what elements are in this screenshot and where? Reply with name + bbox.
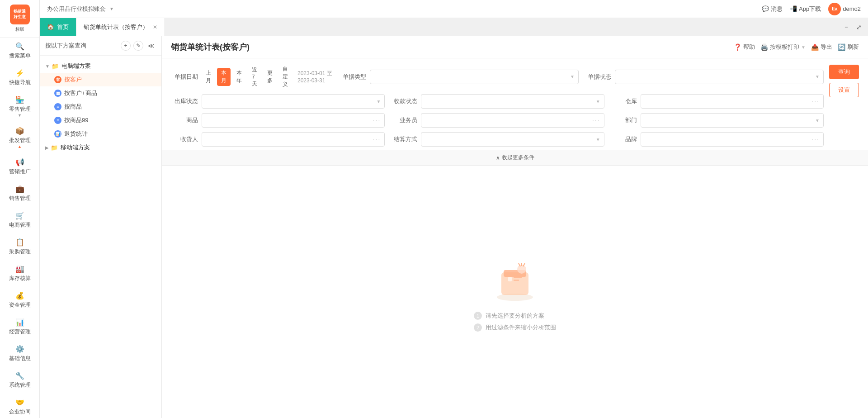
tab-home-label: 首页: [57, 23, 69, 31]
print-icon: 🖨️: [760, 43, 768, 51]
svg-rect-3: [508, 277, 512, 281]
doc-type-field[interactable]: ▼: [370, 70, 579, 84]
sidebar-item-retail[interactable]: 🏪 零售管理 ▼: [0, 91, 39, 122]
avatar-initials: Ea: [832, 6, 837, 11]
sidebar-item-procurement[interactable]: 📋 采购管理: [0, 233, 39, 260]
ship-status-field[interactable]: ▼: [202, 94, 385, 109]
sidebar-item-sales-label: 销售管理: [9, 195, 31, 202]
print-action[interactable]: 🖨️ 按模板打印 ▼: [760, 43, 806, 51]
sidebar-item-marketing[interactable]: 📢 营销推广: [0, 153, 39, 180]
help-icon: ❓: [734, 43, 741, 51]
tree-item-by-customer-product[interactable]: ▦ 按客户+商品: [40, 86, 161, 100]
app-download-label: App下载: [799, 5, 821, 13]
brand-dots-icon: ···: [811, 136, 820, 143]
query-button[interactable]: 查询: [829, 65, 859, 79]
shortcuts-icon: ⚡: [15, 69, 24, 77]
refresh-action[interactable]: 🔄 刷新: [838, 43, 859, 51]
refresh-icon: 🔄: [838, 43, 845, 51]
product-group: 商品 ···: [171, 113, 385, 128]
procurement-icon: 📋: [15, 238, 24, 247]
tree-item-by-product-label: 按商品: [64, 103, 82, 111]
receiver-group: 收货人 ···: [171, 132, 385, 147]
doc-status-label: 单据状态: [584, 73, 611, 81]
tree-item-by-product[interactable]: ≡ 按商品: [40, 100, 161, 114]
settings-button[interactable]: 设置: [829, 83, 859, 97]
staff-label: 业务员: [390, 116, 417, 124]
sidebar-item-inventory[interactable]: 🏭 库存核算: [0, 260, 39, 287]
payment-status-arrow-icon: ▼: [596, 99, 600, 104]
tree-item-by-customer[interactable]: 客 按客户: [40, 73, 161, 86]
collapse-label: 收起更多条件: [502, 154, 534, 162]
sidebar-item-operations[interactable]: 📊 经营管理: [0, 314, 39, 340]
date-pill-this-year[interactable]: 本年: [232, 68, 246, 86]
tree-item-return-stat-label: 退货统计: [64, 130, 88, 138]
sidebar-item-basic[interactable]: ⚙️ 基础信息: [0, 340, 39, 367]
tree-section-desktop: ▼ 📁 电脑端方案 客 按客户 ▦ 按客户+商品 ≡ 按商品: [40, 59, 161, 141]
panel-edit-button[interactable]: ✎: [133, 41, 143, 51]
user-menu-button[interactable]: Ea demo2: [828, 3, 861, 15]
payment-status-field[interactable]: ▼: [421, 94, 604, 109]
inventory-icon: 🏭: [15, 265, 24, 273]
tab-maximize-button[interactable]: ⤢: [854, 22, 864, 33]
brand-field[interactable]: ···: [641, 132, 824, 147]
messages-button[interactable]: 💬 消息: [762, 5, 783, 13]
payment-status-group: 收款状态 ▼: [390, 94, 604, 109]
tree-item-return-stat[interactable]: 📊 退货统计: [40, 127, 161, 141]
date-pill-last-month[interactable]: 上月: [202, 68, 215, 86]
help-action[interactable]: ❓ 帮助: [734, 43, 755, 51]
app-download-button[interactable]: 📲 App下载: [790, 5, 821, 13]
sidebar-item-ecommerce[interactable]: 🛒 电商管理: [0, 207, 39, 233]
date-pill-last-7-days[interactable]: 近7天: [248, 65, 261, 89]
date-pill-more[interactable]: 更多: [263, 68, 277, 86]
product-field[interactable]: ···: [202, 113, 385, 128]
left-panel-header: 按以下方案查询 + ✎ ≪: [40, 36, 161, 56]
product-dots-icon: ···: [373, 117, 381, 124]
staff-field[interactable]: ···: [421, 113, 604, 128]
tree-item-by-product-99[interactable]: ≡ 按商品99: [40, 114, 161, 127]
sidebar-item-enterprise[interactable]: 🤝 企业协同: [0, 394, 39, 418]
doc-status-field[interactable]: ▼: [615, 70, 824, 84]
top-header: 办公用品行业模拟账套 ▼ 💬 消息 📲 App下载 Ea demo2: [40, 0, 868, 18]
hint-num-1: 1: [474, 312, 482, 320]
collapse-bar[interactable]: ∧ 收起更多条件: [162, 150, 868, 165]
tree-section-mobile-header[interactable]: ▶ 📁 移动端方案: [40, 141, 161, 154]
sidebar-item-enterprise-label: 企业协同: [9, 408, 31, 416]
header-left: 办公用品行业模拟账套 ▼: [47, 5, 114, 13]
export-action[interactable]: 📤 导出: [811, 43, 832, 51]
panel-add-button[interactable]: +: [121, 41, 131, 51]
empty-hint-2-text: 用过滤条件来缩小分析范围: [486, 323, 556, 332]
page-header-actions: ❓ 帮助 🖨️ 按模板打印 ▼ 📤 导出 🔄 刷新: [734, 43, 859, 57]
dept-field[interactable]: ▼: [641, 113, 824, 128]
tab-minimize-button[interactable]: －: [841, 22, 852, 33]
sidebar-item-wholesale[interactable]: 📦 批发管理 ▲: [0, 122, 39, 153]
panel-collapse-button[interactable]: ≪: [146, 41, 156, 51]
tab-close-icon[interactable]: ✕: [153, 24, 157, 30]
sidebar-item-search[interactable]: 🔍 搜索菜单: [0, 38, 39, 64]
receiver-label: 收货人: [171, 135, 198, 143]
sidebar-item-shortcuts[interactable]: ⚡ 快捷导航: [0, 64, 39, 91]
settlement-field[interactable]: ▼: [421, 132, 604, 147]
doc-type-arrow-icon: ▼: [570, 74, 575, 79]
breadcrumb-dropdown-icon[interactable]: ▼: [109, 6, 114, 11]
export-icon: 📤: [811, 43, 819, 51]
warehouse-field[interactable]: ···: [641, 94, 824, 109]
sidebar-item-sales[interactable]: 💼 销售管理: [0, 180, 39, 207]
warehouse-label: 仓库: [610, 97, 637, 105]
operations-icon: 📊: [15, 318, 24, 327]
date-pill-this-month[interactable]: 本月: [217, 68, 231, 86]
sidebar-item-system[interactable]: 🔧 系统管理: [0, 367, 39, 394]
header-right: 💬 消息 📲 App下载 Ea demo2: [762, 3, 861, 15]
messages-label: 消息: [771, 5, 783, 13]
sidebar-item-finance[interactable]: 💰 资金管理: [0, 287, 39, 314]
logo-text-line1: 畅捷通好生意: [14, 9, 26, 19]
download-icon: 📲: [790, 5, 797, 12]
brand-group: 品牌 ···: [610, 132, 824, 147]
svg-rect-4: [514, 277, 522, 278]
refresh-label: 刷新: [847, 43, 859, 51]
tree-section-desktop-header[interactable]: ▼ 📁 电脑端方案: [40, 59, 161, 73]
tab-sales-stat[interactable]: 销货单统计表（按客户） ✕: [76, 18, 165, 36]
tab-home[interactable]: 🏠 首页: [40, 18, 76, 36]
receiver-field[interactable]: ···: [202, 132, 385, 147]
settlement-arrow-icon: ▼: [596, 137, 600, 142]
date-pill-custom[interactable]: 自定义: [278, 64, 292, 90]
